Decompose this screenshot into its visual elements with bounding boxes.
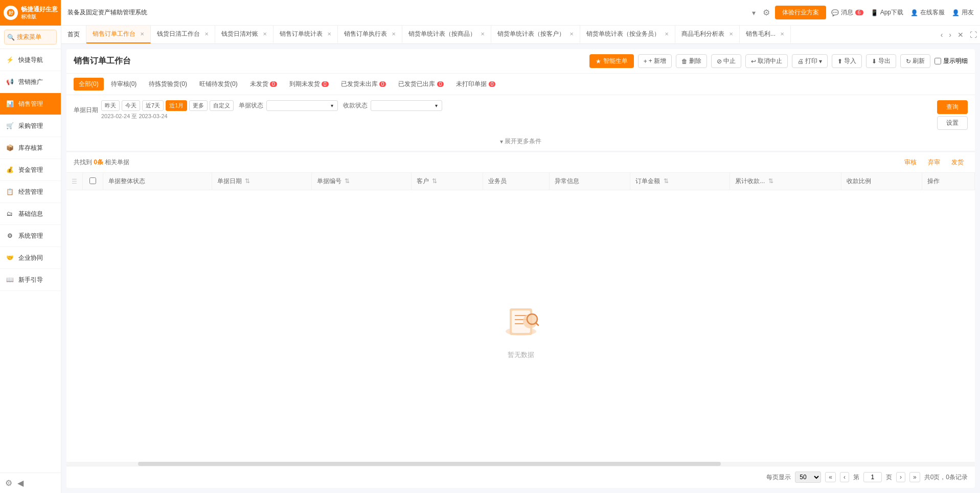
smart-order-button[interactable]: ★ 智能生单 [589, 54, 634, 68]
next-page-btn[interactable]: › [896, 472, 905, 482]
sidebar-item-operations[interactable]: 📋 经营管理 [0, 181, 61, 203]
collapse-sidebar-icon[interactable]: ◀ [17, 478, 24, 488]
cancel-abort-button[interactable]: ↩ 取消中止 [745, 54, 788, 68]
abort-button[interactable]: ⊘ 中止 [711, 54, 741, 68]
date-yesterday-btn[interactable]: 昨天 [101, 100, 120, 111]
add-button[interactable]: + + 新增 [638, 54, 672, 68]
tab-sales-gross[interactable]: 销售毛利... ✕ [740, 26, 791, 43]
tab-sales-workbench[interactable]: 销售订单工作台 ✕ [86, 26, 151, 43]
filter-tab-all[interactable]: 全部(0) [74, 78, 104, 91]
tab-close-icon[interactable]: ✕ [569, 31, 574, 37]
sidebar-item-enterprise[interactable]: 🤝 企业协同 [0, 247, 61, 269]
filter-tab-not-shipped[interactable]: 未发货 0 [245, 78, 282, 91]
col-amount[interactable]: 订单金额 ⇅ [630, 173, 730, 190]
search-menu-button[interactable]: 🔍 搜索菜单 [4, 30, 57, 44]
tab-scroll-left-btn[interactable]: ‹ [938, 31, 946, 39]
tab-close-icon[interactable]: ✕ [204, 31, 209, 37]
tab-cash-daily[interactable]: 钱货日清工作台 ✕ [151, 26, 215, 43]
sidebar-item-quick-nav[interactable]: ⚡ 快捷导航 [0, 49, 61, 71]
col-date[interactable]: 单据日期 ⇅ [212, 173, 311, 190]
tab-scroll-right-btn[interactable]: › [946, 31, 954, 39]
tab-sales-staff[interactable]: 销货单统计表（按业务员） ✕ [580, 26, 675, 43]
message-action[interactable]: 💬 消息 6 [831, 8, 863, 17]
date-7days-btn[interactable]: 近7天 [142, 100, 164, 111]
date-today-btn[interactable]: 今天 [122, 100, 140, 111]
settings-icon[interactable]: ⚙ [5, 478, 12, 488]
app-download-action[interactable]: 📱 App下载 [871, 8, 903, 17]
per-page-select[interactable]: 50 10 20 100 [795, 472, 821, 483]
show-detail-checkbox[interactable] [935, 58, 941, 64]
sidebar-item-basic-info[interactable]: 🗂 基础信息 [0, 203, 61, 225]
industry-solution-button[interactable]: 体验行业方案 [775, 6, 826, 19]
print-button[interactable]: 🖨 打印 ▾ [792, 54, 828, 68]
sidebar-item-label: 经营管理 [18, 188, 43, 196]
batch-send-button[interactable]: 发货 [947, 156, 968, 168]
sidebar-item-system[interactable]: ⚙ 系统管理 [0, 225, 61, 247]
expand-conditions-button[interactable]: ▾ 展开更多条件 [500, 137, 541, 146]
import-button[interactable]: ⬆ 导入 [832, 54, 862, 68]
sidebar-item-inventory[interactable]: 📦 库存核算 [0, 137, 61, 159]
tab-close-icon[interactable]: ✕ [140, 31, 144, 37]
horizontal-scrollbar[interactable] [66, 462, 975, 466]
date-more-btn[interactable]: 更多 [189, 100, 208, 111]
tab-sales-customer[interactable]: 销货单统计表（按客户） ✕ [491, 26, 580, 43]
first-page-btn[interactable]: « [825, 472, 836, 482]
tab-close-all-btn[interactable]: ✕ [954, 31, 967, 39]
tab-sales-exec[interactable]: 销售订单执行表 ✕ [338, 26, 402, 43]
delete-button[interactable]: 🗑 删除 [676, 54, 707, 68]
payment-select[interactable] [371, 100, 442, 111]
status-select[interactable] [266, 100, 338, 111]
select-all-checkbox[interactable] [89, 177, 96, 184]
filter-tab-shop-pending[interactable]: 旺铺待发货(0) [194, 78, 243, 91]
col-collected[interactable]: 累计收款... ⇅ [730, 173, 841, 190]
online-service-action[interactable]: 👤 在线客服 [910, 8, 945, 17]
tab-close-icon[interactable]: ✕ [780, 31, 784, 37]
show-detail-checkbox-label[interactable]: 显示明细 [935, 57, 968, 65]
filter-pending-review-label: 待审核(0) [111, 80, 137, 87]
tab-maximize-btn[interactable]: ⛶ [967, 31, 980, 39]
tab-margin-analysis[interactable]: 商品毛利分析表 ✕ [675, 26, 740, 43]
tab-close-icon[interactable]: ✕ [481, 31, 485, 37]
tab-close-icon[interactable]: ✕ [327, 31, 331, 37]
tab-sales-stats[interactable]: 销售订单统计表 ✕ [274, 26, 338, 43]
export-button[interactable]: ⬇ 导出 [866, 54, 896, 68]
tab-close-icon[interactable]: ✕ [392, 31, 396, 37]
batch-review-button[interactable]: 审核 [900, 156, 921, 168]
table-scroll-container[interactable]: ☰ 单据整体状态 单据日期 ⇅ [66, 173, 975, 462]
tab-close-icon[interactable]: ✕ [665, 31, 669, 37]
search-button[interactable]: 查询 [937, 100, 968, 114]
user-action[interactable]: 👤 用友 [952, 8, 974, 17]
filter-tab-shipped-no-out[interactable]: 已发货未出库 0 [336, 78, 392, 91]
filter-tab-shipped-out[interactable]: 已发货已出库 0 [393, 78, 449, 91]
settings-gear-icon[interactable]: ⚙ [763, 8, 770, 17]
tab-close-icon[interactable]: ✕ [729, 31, 733, 37]
page-number-input[interactable] [863, 472, 882, 482]
dropdown-arrow-icon[interactable]: ▾ [752, 9, 756, 17]
col-customer[interactable]: 客户 ⇅ [411, 173, 483, 190]
sidebar-item-sales[interactable]: 📊 销售管理 [0, 93, 61, 115]
app-download-label: App下载 [880, 8, 903, 17]
sidebar-item-purchase[interactable]: 🛒 采购管理 [0, 115, 61, 137]
sidebar-item-marketing[interactable]: 📢 营销推广 [0, 71, 61, 93]
filter-tab-pending-pick[interactable]: 待拣货验货(0) [144, 78, 192, 91]
set-conditions-button[interactable]: 设置 [937, 116, 968, 130]
sidebar-item-label: 资金管理 [18, 166, 43, 174]
last-page-btn[interactable]: » [909, 472, 920, 482]
sidebar-item-finance[interactable]: 💰 资金管理 [0, 159, 61, 181]
date-custom-btn[interactable]: 自定义 [210, 100, 234, 111]
tab-home[interactable]: 首页 [61, 26, 86, 43]
tab-sales-product[interactable]: 销货单统计表（按商品） ✕ [402, 26, 491, 43]
batch-cancel-button[interactable]: 弃审 [924, 156, 944, 168]
scrollbar-thumb[interactable] [138, 462, 721, 466]
filter-tab-pending-review[interactable]: 待审核(0) [106, 78, 142, 91]
filter-tab-not-printed[interactable]: 未打印单据 0 [451, 78, 500, 91]
tab-cash-reconcile[interactable]: 钱货日清对账 ✕ [215, 26, 274, 43]
filter-not-shipped-label: 未发货 [250, 80, 268, 87]
sidebar-item-guide[interactable]: 📖 新手引导 [0, 269, 61, 291]
date-1month-btn[interactable]: 近1月 [166, 100, 187, 111]
tab-close-icon[interactable]: ✕ [263, 31, 267, 37]
filter-tab-overdue-ship[interactable]: 到期未发货 0 [284, 78, 334, 91]
prev-page-btn[interactable]: ‹ [840, 472, 849, 482]
refresh-button[interactable]: ↻ 刷新 [900, 54, 930, 68]
col-number[interactable]: 单据编号 ⇅ [311, 173, 411, 190]
